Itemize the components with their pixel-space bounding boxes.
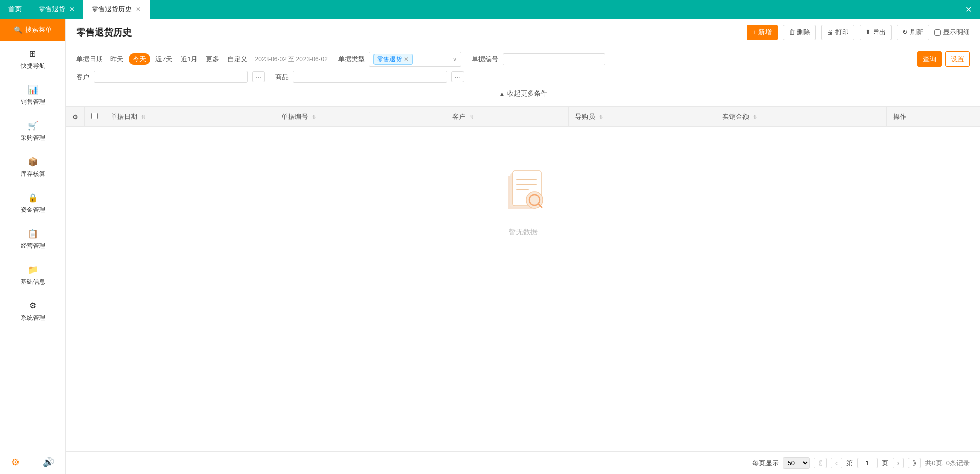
sidebar-item-system-label: 系统管理 xyxy=(21,314,45,322)
tab-home[interactable]: 首页 xyxy=(0,0,30,19)
page-label: 第 xyxy=(846,459,853,468)
customer-ellipsis-btn[interactable]: ··· xyxy=(252,71,265,82)
date-btn-yesterday[interactable]: 昨天 xyxy=(107,53,127,65)
page-next-btn[interactable]: › xyxy=(893,458,904,468)
guide-sort-arrows[interactable]: ⇅ xyxy=(599,115,603,120)
delete-button[interactable]: 🗑 删除 xyxy=(783,25,816,40)
page-size-select[interactable]: 10 20 50 100 xyxy=(783,457,810,469)
type-filter-label: 单据类型 xyxy=(338,54,365,64)
purchase-icon: 🛒 xyxy=(27,119,39,132)
page-first-btn[interactable]: ⟪ xyxy=(814,458,827,468)
collapse-btn-label: 收起更多条件 xyxy=(507,89,547,98)
date-filter-label: 单据日期 xyxy=(76,54,103,64)
date-btn-more[interactable]: 更多 xyxy=(203,53,222,65)
operations-icon: 📋 xyxy=(27,227,39,240)
customer-filter: 客户 ··· xyxy=(76,71,265,83)
date-range-text: 2023-06-02 至 2023-06-02 xyxy=(255,55,327,64)
refresh-button[interactable]: ↻ 刷新 xyxy=(897,25,929,40)
sidebar-item-quick-nav[interactable]: ⊞ 快捷导航 xyxy=(0,41,65,77)
type-filter: 单据类型 零售退货 ✕ ∨ xyxy=(338,52,461,67)
page-number-input[interactable] xyxy=(857,458,878,468)
page-prev-btn[interactable]: ‹ xyxy=(831,458,842,468)
display-mingxi-checkbox[interactable] xyxy=(934,29,941,36)
number-filter-label: 单据编号 xyxy=(472,54,498,64)
th-customer-label: 客户 xyxy=(452,113,466,120)
goods-ellipsis-btn[interactable]: ··· xyxy=(451,71,464,82)
pagination-total: 共0页, 0条记录 xyxy=(925,459,970,468)
tab-retail-return[interactable]: 零售退货 ✕ xyxy=(30,0,83,19)
print-button[interactable]: 🖨 打印 xyxy=(821,25,854,40)
window-close-btn[interactable]: ✕ xyxy=(957,5,980,14)
sidebar-item-inventory[interactable]: 📦 库存核算 xyxy=(0,149,65,185)
customer-sort-arrows[interactable]: ⇅ xyxy=(470,115,474,120)
th-action: 操作 xyxy=(887,107,980,127)
th-number: 单据编号 ⇅ xyxy=(275,107,446,127)
sidebar-item-basic-info[interactable]: 📁 基础信息 xyxy=(0,257,65,293)
date-sort-arrows[interactable]: ⇅ xyxy=(141,115,146,120)
type-filter-select[interactable]: 零售退货 ✕ ∨ xyxy=(369,52,461,67)
sidebar-item-system[interactable]: ⚙ 系统管理 xyxy=(0,293,65,329)
sidebar-audio-icon[interactable]: 🔊 xyxy=(43,457,54,468)
goods-filter-input[interactable] xyxy=(293,71,447,83)
th-date: 单据日期 ⇅ xyxy=(104,107,275,127)
content-area: 零售退货历史 + 新增 🗑 删除 🖨 打印 ⬆ 导出 ↻ 刷新 显示明细 xyxy=(66,19,980,474)
query-button[interactable]: 查询 xyxy=(917,51,942,67)
th-action-label: 操作 xyxy=(893,113,906,120)
number-filter: 单据编号 xyxy=(472,53,605,65)
sidebar-item-operations[interactable]: 📋 经营管理 xyxy=(0,221,65,257)
new-button[interactable]: + 新增 xyxy=(747,25,777,40)
date-filter: 单据日期 昨天 今天 近7天 近1月 更多 自定义 2023-06-02 至 2… xyxy=(76,53,328,65)
type-filter-chevron: ∨ xyxy=(453,56,457,63)
sidebar-item-purchase[interactable]: 🛒 采购管理 xyxy=(0,113,65,149)
th-settings[interactable]: ⚙ xyxy=(66,107,85,127)
type-tag-close[interactable]: ✕ xyxy=(404,56,409,63)
customer-filter-label: 客户 xyxy=(76,72,90,82)
tab-home-label: 首页 xyxy=(8,5,22,14)
page-title-bar: 零售退货历史 + 新增 🗑 删除 🖨 打印 ⬆ 导出 ↻ 刷新 显示明细 xyxy=(76,25,970,40)
sidebar-item-inventory-label: 库存核算 xyxy=(21,170,45,178)
th-amount-label: 实销金额 xyxy=(722,113,749,120)
export-button[interactable]: ⬆ 导出 xyxy=(860,25,892,40)
collapse-up-icon: ▲ xyxy=(498,90,505,98)
filter-area: 单据日期 昨天 今天 近7天 近1月 更多 自定义 2023-06-02 至 2… xyxy=(76,46,970,106)
sidebar-search[interactable]: 🔍 搜索菜单 xyxy=(0,19,65,41)
display-mingxi-toggle[interactable]: 显示明细 xyxy=(934,28,970,37)
amount-sort-arrows[interactable]: ⇅ xyxy=(753,115,757,120)
setting-button[interactable]: 设置 xyxy=(945,51,970,67)
number-filter-input[interactable] xyxy=(503,53,605,65)
number-sort-arrows[interactable]: ⇅ xyxy=(312,115,316,120)
sidebar-item-purchase-label: 采购管理 xyxy=(21,134,45,142)
th-checkbox[interactable] xyxy=(85,107,104,127)
table-header-row: ⚙ 单据日期 ⇅ 单据编号 ⇅ 客户 xyxy=(66,107,980,127)
type-tag-label: 零售退货 xyxy=(377,55,402,64)
sidebar-settings-icon[interactable]: ⚙ xyxy=(11,457,20,468)
sidebar-item-quick-nav-label: 快捷导航 xyxy=(21,62,45,70)
date-btn-today[interactable]: 今天 xyxy=(129,53,150,65)
page-title: 零售退货历史 xyxy=(76,26,132,39)
date-btn-1month[interactable]: 近1月 xyxy=(177,53,201,65)
tab-retail-return-history-close[interactable]: ✕ xyxy=(136,6,141,13)
sidebar-item-sales[interactable]: 📊 销售管理 xyxy=(0,77,65,113)
goods-filter-label: 商品 xyxy=(275,72,289,82)
th-guide: 导购员 ⇅ xyxy=(569,107,716,127)
page-last-btn[interactable]: ⟫ xyxy=(908,458,921,468)
select-all-checkbox[interactable] xyxy=(91,113,98,119)
th-date-label: 单据日期 xyxy=(111,113,137,120)
th-amount: 实销金额 ⇅ xyxy=(716,107,887,127)
sidebar-item-finance[interactable]: 🔒 资金管理 xyxy=(0,185,65,221)
th-number-label: 单据编号 xyxy=(281,113,308,120)
customer-filter-input[interactable] xyxy=(94,71,248,83)
date-btn-custom[interactable]: 自定义 xyxy=(224,53,251,65)
th-guide-label: 导购员 xyxy=(575,113,595,120)
type-tag: 零售退货 ✕ xyxy=(373,54,413,65)
collapse-btn[interactable]: ▲ 收起更多条件 xyxy=(498,89,547,98)
main-layout: 🔍 搜索菜单 ⊞ 快捷导航 📊 销售管理 🛒 采购管理 📦 库存核算 🔒 资金管… xyxy=(0,19,980,474)
tab-retail-return-history[interactable]: 零售退货历史 ✕ xyxy=(83,0,150,19)
query-btn-group: 查询 设置 xyxy=(917,51,970,67)
search-icon: 🔍 xyxy=(14,26,22,34)
filter-row-2: 客户 ··· 商品 ··· xyxy=(76,71,970,83)
date-btn-7days[interactable]: 近7天 xyxy=(152,53,175,65)
page-unit: 页 xyxy=(882,459,888,468)
date-range-btns: 昨天 今天 近7天 近1月 更多 自定义 xyxy=(107,53,251,65)
tab-retail-return-close[interactable]: ✕ xyxy=(69,6,75,13)
